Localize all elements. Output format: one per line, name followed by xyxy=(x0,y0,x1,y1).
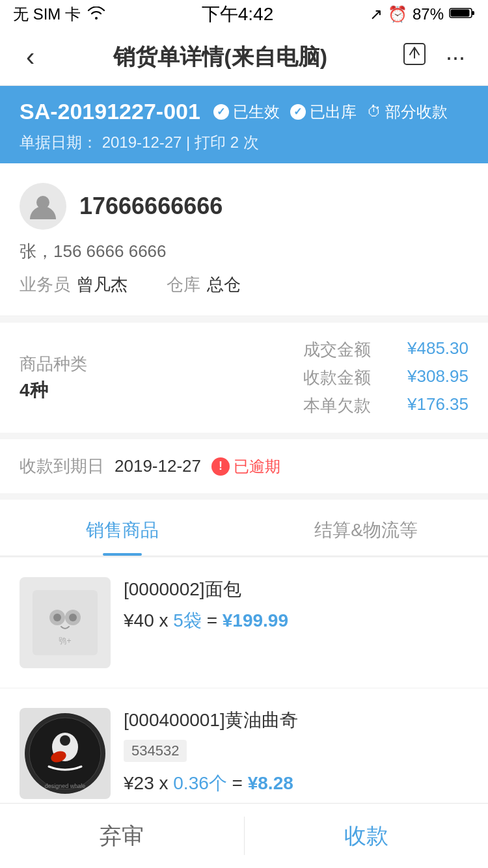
clock-icon: ⏱ xyxy=(367,103,381,120)
overdue-badge: ! 已逾期 xyxy=(211,456,280,477)
customer-meta: 业务员 曾凡杰 仓库 总仓 xyxy=(20,273,468,296)
customer-sub: 张，156 6666 6666 xyxy=(20,240,468,263)
list-item: 鸮+ [0000002]面包 ¥40 x 5袋 = ¥199.99 xyxy=(0,558,488,688)
debt-label: 本单欠款 xyxy=(303,394,371,417)
due-date: 2019-12-27 xyxy=(115,456,201,476)
list-item: designed whale [000400001]黄油曲奇 534532 ¥2… xyxy=(0,688,488,819)
svg-point-9 xyxy=(69,614,77,621)
receipt-row: 收款金额 ¥308.95 xyxy=(303,366,468,389)
product-price-1: ¥40 x 5袋 = ¥199.99 xyxy=(124,608,468,633)
cancel-button[interactable]: 弃审 xyxy=(0,804,244,868)
confirm-button[interactable]: 收款 xyxy=(245,804,489,868)
customer-section: 17666666666 张，156 6666 6666 业务员 曾凡杰 仓库 总… xyxy=(0,163,488,316)
status-badges: ✓ 已生效 ✓ 已出库 ⏱ 部分收款 xyxy=(213,102,448,122)
debt-value: ¥176.35 xyxy=(390,394,468,417)
nav-bar: ‹ 销货单详情(来自电脑) ··· xyxy=(0,29,488,86)
product-image-1: 鸮+ xyxy=(20,577,111,668)
more-button[interactable]: ··· xyxy=(442,40,468,74)
battery-text: 87% xyxy=(413,5,444,23)
share-button[interactable] xyxy=(400,39,429,75)
status-bar: 无 SIM 卡 下午4:42 ↗ ⏰ 87% xyxy=(0,0,488,29)
summary-left: 商品种类 4种 xyxy=(20,353,87,403)
alarm-icon: ⏰ xyxy=(388,5,407,23)
customer-phone: 17666666666 xyxy=(79,193,223,220)
status-bar-time: 下午4:42 xyxy=(202,2,274,27)
kind-label: 商品种类 xyxy=(20,353,87,375)
avatar xyxy=(20,183,66,230)
warehouse-value: 总仓 xyxy=(207,273,241,296)
receipt-label: 收款金额 xyxy=(303,366,371,389)
warehouse-label: 仓库 xyxy=(167,273,200,296)
product-tag-2: 534532 xyxy=(124,740,187,762)
product-info-2: [000400001]黄油曲奇 534532 ¥23 x 0.36个 = ¥8.… xyxy=(124,708,468,796)
deal-label: 成交金额 xyxy=(303,338,371,361)
battery-icon xyxy=(449,5,475,23)
kind-value: 4种 xyxy=(20,378,87,403)
tab-sales-products[interactable]: 销售商品 xyxy=(0,500,244,556)
deal-value: ¥485.30 xyxy=(390,338,468,361)
nav-actions: ··· xyxy=(400,39,468,75)
product-total-1: ¥199.99 xyxy=(223,610,288,631)
page-title: 销货单详情(来自电脑) xyxy=(113,42,327,72)
status-bar-right: ↗ ⏰ 87% xyxy=(370,5,475,23)
header-banner: SA-20191227-001 ✓ 已生效 ✓ 已出库 ⏱ 部分收款 单据日期：… xyxy=(0,86,488,163)
svg-point-8 xyxy=(53,614,61,621)
order-meta: 单据日期： 2019-12-27 | 打印 2 次 xyxy=(20,132,468,153)
order-id: SA-20191227-001 xyxy=(20,99,200,124)
salesperson-item: 业务员 曾凡杰 xyxy=(20,273,128,296)
svg-rect-1 xyxy=(472,11,474,15)
back-button[interactable]: ‹ xyxy=(20,36,41,78)
overdue-text: 已逾期 xyxy=(234,456,280,477)
product-image-2: designed whale xyxy=(20,708,111,799)
product-total-2: ¥8.28 xyxy=(248,773,293,793)
status-partial: ⏱ 部分收款 xyxy=(367,102,448,122)
salesperson-label: 业务员 xyxy=(20,273,70,296)
svg-rect-5 xyxy=(33,590,98,655)
products-section: 鸮+ [0000002]面包 ¥40 x 5袋 = ¥199.99 xyxy=(0,558,488,819)
status-effective: ✓ 已生效 xyxy=(213,102,280,122)
receipt-value: ¥308.95 xyxy=(390,366,468,389)
svg-point-15 xyxy=(60,735,70,746)
product-info-1: [0000002]面包 ¥40 x 5袋 = ¥199.99 xyxy=(124,577,468,633)
wifi-icon xyxy=(87,5,105,23)
summary-right: 成交金额 ¥485.30 收款金额 ¥308.95 本单欠款 ¥176.35 xyxy=(303,338,468,417)
location-icon: ↗ xyxy=(370,5,383,23)
due-section: 收款到期日 2019-12-27 ! 已逾期 xyxy=(0,439,488,500)
check-icon-2: ✓ xyxy=(290,104,306,120)
bottom-bar: 弃审 收款 xyxy=(0,803,488,868)
due-label: 收款到期日 xyxy=(20,455,104,478)
product-name-2: [000400001]黄油曲奇 xyxy=(124,708,468,733)
svg-rect-2 xyxy=(451,10,470,17)
warehouse-item: 仓库 总仓 xyxy=(167,273,241,296)
svg-text:鸮+: 鸮+ xyxy=(59,636,71,645)
tab-settlement[interactable]: 结算&物流等 xyxy=(244,500,488,556)
product-qty-2: 0.36个 xyxy=(173,773,227,793)
status-shipped: ✓ 已出库 xyxy=(290,102,357,122)
product-name-1: [0000002]面包 xyxy=(124,577,468,602)
salesperson-value: 曾凡杰 xyxy=(77,273,128,296)
summary-section: 商品种类 4种 成交金额 ¥485.30 收款金额 ¥308.95 本单欠款 ¥… xyxy=(0,316,488,439)
status-bar-left: 无 SIM 卡 xyxy=(13,4,105,25)
tabs-section: 销售商品 结算&物流等 xyxy=(0,500,488,556)
check-icon-1: ✓ xyxy=(213,104,229,120)
debt-row: 本单欠款 ¥176.35 xyxy=(303,394,468,417)
carrier-text: 无 SIM 卡 xyxy=(13,4,81,25)
svg-text:designed whale: designed whale xyxy=(45,783,86,789)
product-price-2: ¥23 x 0.36个 = ¥8.28 xyxy=(124,771,468,796)
product-qty-1: 5袋 xyxy=(173,610,202,631)
deal-row: 成交金额 ¥485.30 xyxy=(303,338,468,361)
overdue-icon: ! xyxy=(211,457,230,476)
